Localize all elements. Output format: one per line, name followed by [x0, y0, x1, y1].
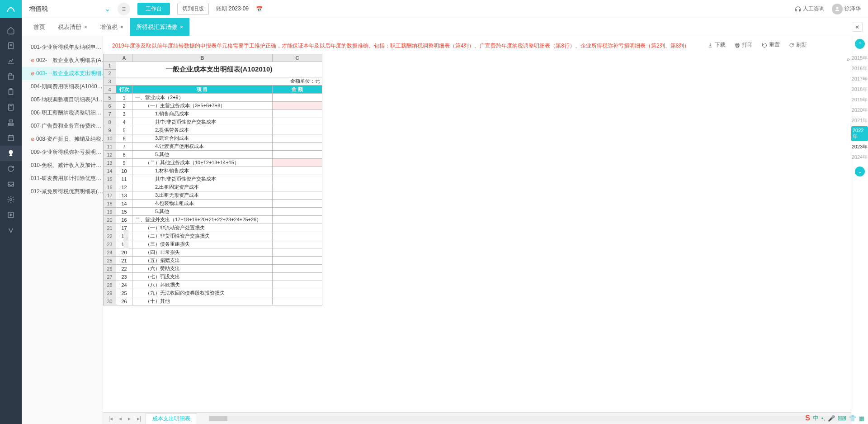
cell-amount[interactable]	[273, 143, 322, 151]
cell-lineno[interactable]: 14	[116, 200, 132, 208]
cell-item[interactable]: 一、营业成本（2+9）	[132, 94, 273, 102]
cell-amount[interactable]	[273, 200, 322, 208]
tab-0[interactable]: 首页	[27, 18, 52, 36]
cell-item[interactable]: 1.材料销售成本	[132, 167, 273, 175]
nav-tax-icon[interactable]	[0, 146, 22, 161]
cell-lineno[interactable]: 9	[116, 159, 132, 167]
nav-calc-icon[interactable]	[0, 100, 22, 115]
form-list-item[interactable]: ⊘003-一般企业成本支出明细…	[22, 67, 103, 80]
form-list-item[interactable]: ⊘008-资产折旧、摊销及纳税…	[22, 133, 103, 146]
row-header[interactable]: 15	[104, 175, 116, 183]
cell-lineno[interactable]: 13	[116, 191, 132, 200]
row-header[interactable]: 6	[104, 102, 116, 110]
cell-lineno[interactable]: 22	[116, 265, 132, 273]
nav-gear-icon[interactable]	[0, 192, 22, 207]
sheet-nav-first-icon[interactable]: |◂	[107, 415, 114, 422]
cell-amount[interactable]	[273, 134, 322, 143]
ime-lang[interactable]: 中	[813, 414, 819, 422]
year-item[interactable]: 2022年	[851, 126, 868, 141]
cell-lineno[interactable]: 4	[116, 118, 132, 126]
cell-lineno[interactable]: 24	[116, 281, 132, 289]
row-header[interactable]: 17	[104, 191, 116, 200]
cell-lineno[interactable]: 15	[116, 208, 132, 216]
cell-item[interactable]: （四）非常损失	[132, 248, 273, 257]
year-item[interactable]: 2024年	[852, 152, 868, 162]
nav-play-icon[interactable]	[0, 207, 22, 223]
calendar-icon[interactable]: 📅	[256, 6, 263, 12]
col-header-C[interactable]: C	[273, 54, 322, 62]
reset-button[interactable]: 重置	[762, 41, 780, 49]
cell-item[interactable]: （五）捐赠支出	[132, 257, 273, 265]
cell-item[interactable]: （十）其他	[132, 297, 273, 305]
cell-lineno[interactable]: 10	[116, 167, 132, 175]
cell-item[interactable]: 4.包装物出租成本	[132, 200, 273, 208]
col-header-B[interactable]: B	[132, 54, 273, 62]
cell-lineno[interactable]: 20	[116, 248, 132, 257]
row-header[interactable]: 29	[104, 289, 116, 297]
cell-amount[interactable]	[273, 94, 322, 102]
ime-brand-icon[interactable]: S	[805, 414, 810, 422]
cell-amount[interactable]	[273, 110, 322, 118]
row-header[interactable]: 28	[104, 281, 116, 289]
row-header[interactable]: 8	[104, 118, 116, 126]
cell-lineno[interactable]: 11	[116, 175, 132, 183]
nav-inbox-icon[interactable]	[0, 176, 22, 192]
form-list-item[interactable]: 007-广告费和业务宣传费跨…	[22, 119, 103, 133]
cell-lineno[interactable]: 26	[116, 297, 132, 305]
nav-refresh-icon[interactable]	[0, 161, 22, 176]
cell-lineno[interactable]: 23	[116, 273, 132, 281]
switch-old-button[interactable]: 切到旧版	[177, 3, 209, 15]
cell-amount[interactable]	[273, 175, 322, 183]
cell-amount[interactable]	[273, 118, 322, 126]
nav-clipboard-icon[interactable]	[0, 84, 22, 100]
form-list-item[interactable]: 009-企业所得税弥补亏损明…	[22, 146, 103, 159]
year-item[interactable]: 2023年	[852, 142, 868, 152]
cell-item[interactable]: 2.提供劳务成本	[132, 126, 273, 134]
cell-amount[interactable]	[273, 232, 322, 240]
horizontal-scrollbar[interactable]	[209, 416, 864, 421]
ime-mic-icon[interactable]: 🎤	[828, 415, 835, 422]
cell-amount[interactable]	[273, 126, 322, 134]
form-list-item[interactable]: 001-企业所得税年度纳税申…	[22, 41, 103, 54]
ime-skin-icon[interactable]: 👕	[849, 415, 856, 422]
nav-stamp-icon[interactable]	[0, 115, 22, 130]
collapse-handle[interactable]: 《	[124, 230, 128, 248]
cell-item[interactable]: （七）罚没支出	[132, 273, 273, 281]
ime-keyboard-icon[interactable]: ⌨	[838, 415, 846, 422]
tab-2[interactable]: 增值税×	[94, 18, 130, 36]
nav-chart-icon[interactable]	[0, 53, 22, 69]
nav-doc-icon[interactable]	[0, 38, 22, 53]
cell-item[interactable]: （一）非流动资产处置损失	[132, 224, 273, 232]
form-list-item[interactable]: 005-纳税调整项目明细表(A1…	[22, 93, 103, 106]
nav-bag-icon[interactable]	[0, 69, 22, 84]
row-header[interactable]: 13	[104, 159, 116, 167]
cell-lineno[interactable]: 8	[116, 151, 132, 159]
cell-amount[interactable]	[273, 224, 322, 232]
cell-item[interactable]: （八）坏账损失	[132, 281, 273, 289]
cell-amount[interactable]	[273, 167, 322, 175]
download-button[interactable]: 下载	[708, 41, 726, 49]
cell-lineno[interactable]: 25	[116, 289, 132, 297]
cell-item[interactable]: 4.让渡资产使用权成本	[132, 143, 273, 151]
app-logo[interactable]	[0, 0, 22, 18]
close-all-tabs-button[interactable]: ✕	[852, 23, 863, 32]
form-list-item[interactable]: 011-研发费用加计扣除优惠…	[22, 172, 103, 185]
row-header[interactable]: 21	[104, 224, 116, 232]
cell-item[interactable]: 5.其他	[132, 151, 273, 159]
expand-arrow-icon[interactable]: »	[846, 56, 850, 63]
cell-item[interactable]: （二）其他业务成本（10+12+13+14+15）	[132, 159, 273, 167]
cell-amount[interactable]	[273, 281, 322, 289]
cell-lineno[interactable]: 5	[116, 126, 132, 134]
cell-lineno[interactable]: 6	[116, 134, 132, 143]
cell-item[interactable]: 3.建造合同成本	[132, 134, 273, 143]
nav-calendar-icon[interactable]	[0, 130, 22, 146]
spreadsheet-grid[interactable]: A B C 1一般企业成本支出明细表(A102010) 2 3 003-一般企业…	[103, 54, 322, 305]
cell-amount[interactable]	[273, 102, 322, 110]
cell-lineno[interactable]: 1	[116, 94, 132, 102]
cell-lineno[interactable]: 21	[116, 257, 132, 265]
row-header[interactable]: 27	[104, 273, 116, 281]
cell-item[interactable]: 其中:非货币性资产交换成本	[132, 118, 273, 126]
form-list-item[interactable]: 010-免税、减计收入及加计…	[22, 159, 103, 172]
cell-item[interactable]: （一）主营业务成本（3+5+6+7+8）	[132, 102, 273, 110]
cell-item[interactable]: （九）无法收回的债券股权投资损失	[132, 289, 273, 297]
